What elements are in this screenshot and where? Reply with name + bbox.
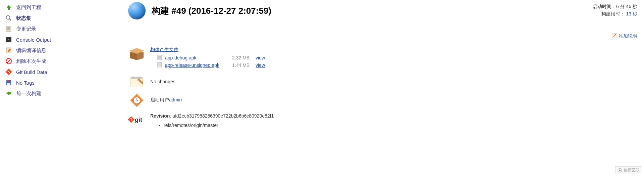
svg-point-33 [141,78,142,79]
revision-sep: : [170,113,172,119]
page-title: 构建 #49 (2016-12-27 2:07:59) [152,5,271,17]
svg-text:git: git [135,117,142,123]
svg-rect-17 [7,83,10,85]
duration: 构建用时： 13 秒 [593,10,637,17]
changes-body: No changes. [150,75,637,84]
sidebar-item-label: 返回到工程 [16,4,41,11]
duration-link[interactable]: 13 秒 [626,11,637,16]
changes-text: No changes. [150,79,177,84]
svg-rect-16 [7,80,10,82]
add-description-label: 添加说明 [619,33,637,39]
git-body: Revision: afd2ecb317988256390e722b2b6b6c… [150,113,637,128]
artifact-view-link[interactable]: view [256,62,265,68]
sidebar-item-no-tags[interactable]: No Tags [3,77,117,88]
edit-icon [612,33,617,39]
header-row: 构建 #49 (2016-12-27 2:07:59) 启动时间：6 分 46 … [128,2,637,19]
revision-value: afd2ecb317988256390e722b2b6b6c80920e82f1 [172,113,274,119]
changes-row: No changes. [128,75,637,88]
start-value: 6 分 46 秒 [616,4,637,9]
svg-line-1 [9,19,11,20]
start-label: 启动时间： [593,4,616,9]
add-description-link[interactable]: 添加说明 [612,33,637,39]
svg-point-31 [137,78,138,79]
edit-document-icon [5,46,13,54]
artifact-size: 2.32 MB [232,55,256,60]
sidebar: 返回到工程 状态集 变更记录 >_ Console Output 编辑编译信息 … [3,2,117,99]
document-icon [5,25,13,33]
artifacts-row: 构建产生文件 app-debug.apk 2.32 MB view [128,46,637,70]
started-by-row: 启动用户admin [128,94,637,107]
build-status-icon [128,2,146,19]
git-revision: Revision: afd2ecb317988256390e722b2b6b6c… [150,113,637,119]
save-icon [5,79,13,87]
main: 构建 #49 (2016-12-27 2:07:59) 启动时间：6 分 46 … [128,0,644,133]
revision-label: Revision [150,113,170,119]
artifacts-header: 构建产生文件 [150,47,637,53]
sidebar-item-back[interactable]: 返回到工程 [3,2,117,13]
package-icon [128,46,146,60]
svg-point-32 [139,78,140,79]
clock-icon [128,94,146,107]
sidebar-item-label: 编辑编译信息 [16,47,46,54]
git-ref: refs/remotes/origin/master [164,123,637,128]
add-description-row: 添加说明 [128,33,637,39]
started-by-user-link[interactable]: admin [169,97,182,102]
sidebar-item-label: Console Output [16,37,51,43]
artifacts-body: 构建产生文件 app-debug.apk 2.32 MB view [150,46,637,70]
sidebar-item-label: 删除本次生成 [16,58,46,64]
sidebar-item-label: No Tags [16,80,35,86]
terminal-icon: >_ [5,36,13,44]
artifact-link[interactable]: app-debug.apk [165,55,196,60]
artifact-list: app-debug.apk 2.32 MB view app-release-u… [150,55,637,68]
sidebar-item-changes[interactable]: 变更记录 [3,24,117,34]
arrow-up-icon [5,3,13,11]
started-by-body: 启动用户admin [150,94,637,103]
duration-label: 构建用时： [601,11,626,16]
sidebar-item-prev-build[interactable]: 前一次构建 [3,88,117,99]
svg-point-30 [135,78,136,79]
sidebar-item-label: 前一次构建 [16,90,41,97]
artifacts-header-link[interactable]: 构建产生文件 [150,47,178,52]
git-icon [5,68,13,76]
watermark-icon [618,168,622,173]
watermark: 创新互联 [615,166,642,174]
file-icon [157,62,163,68]
content-rows: 构建产生文件 app-debug.apk 2.32 MB view [128,46,637,128]
artifact-link[interactable]: app-release-unsigned.apk [165,62,219,68]
sidebar-item-status[interactable]: 状态集 [3,13,117,24]
notepad-icon [128,75,146,88]
git-refs: refs/remotes/origin/master [164,123,637,128]
started-by-prefix: 启动用户 [150,97,169,102]
build-meta: 启动时间：6 分 46 秒 构建用时： 13 秒 [593,2,637,18]
artifact-size: 1.44 MB [232,62,256,68]
watermark-text: 创新互联 [624,167,640,173]
file-icon [157,55,163,61]
svg-text:>_: >_ [7,38,11,41]
sidebar-item-edit-build[interactable]: 编辑编译信息 [3,45,117,56]
title-block: 构建 #49 (2016-12-27 2:07:59) [128,2,271,19]
arrow-left-icon [5,89,13,97]
sidebar-item-label: 变更记录 [16,26,36,32]
sidebar-item-label: 状态集 [16,15,31,21]
sidebar-item-label: Git Build Data [16,69,47,75]
svg-rect-2 [6,26,11,32]
svg-point-29 [132,78,133,79]
git-logo-icon: git [128,113,146,126]
sidebar-item-delete[interactable]: 删除本次生成 [3,56,117,67]
svg-point-0 [6,16,10,19]
artifact-item: app-debug.apk 2.32 MB view [157,55,637,61]
sidebar-item-git-data[interactable]: Git Build Data [3,67,117,77]
artifact-view-link[interactable]: view [256,55,265,60]
sidebar-item-console[interactable]: >_ Console Output [3,34,117,45]
prohibit-icon [5,57,13,65]
git-row: git Revision: afd2ecb317988256390e722b2b… [128,113,637,128]
search-icon [5,14,13,22]
svg-line-10 [7,59,10,63]
artifact-item: app-release-unsigned.apk 1.44 MB view [157,62,637,68]
start-time: 启动时间：6 分 46 秒 [593,3,637,10]
